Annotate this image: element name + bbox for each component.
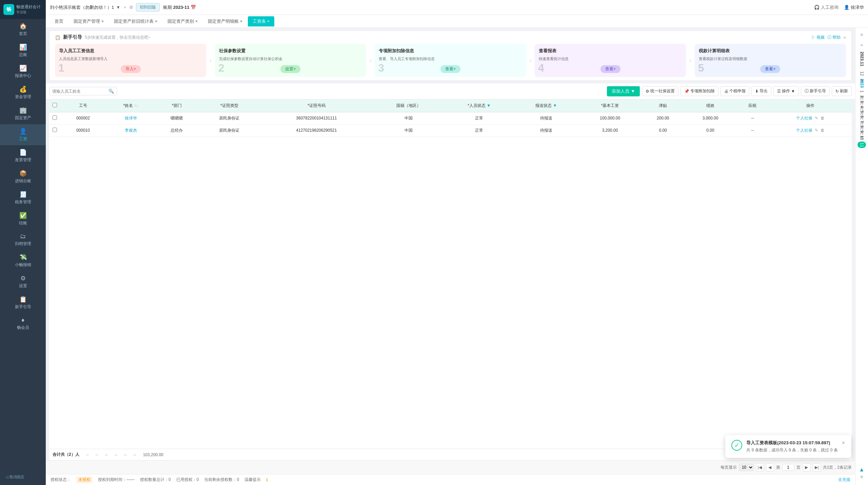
sidebar-item-funds[interactable]: 💰 资金管理 <box>0 82 46 103</box>
toast-desc: 共 9 条数据，成功导入 9 条，失败 0 条，跳过 0 条 <box>746 447 837 453</box>
pin-icon: ◁ <box>5 475 8 479</box>
last-page-btn[interactable]: ▶| <box>813 463 821 471</box>
add-account-icon[interactable]: + <box>124 5 126 10</box>
up-arrow-icon[interactable]: ▲ <box>859 467 865 473</box>
month-11[interactable]: 11月 <box>857 142 866 148</box>
tab-fixed-assets-close-icon[interactable]: × <box>101 19 104 24</box>
new-guide-toolbar-btn[interactable]: ⓘ 新手引导 <box>801 86 830 96</box>
edit-icon-1[interactable]: ✎ <box>815 116 818 120</box>
sidebar-item-payroll[interactable]: 👤 工资 <box>0 124 46 145</box>
emp-name-2[interactable]: 李俊杰 <box>106 124 155 136</box>
service-btn[interactable]: 🎧 人工咨询 <box>814 4 839 11</box>
month-6[interactable]: 6月 <box>857 114 866 119</box>
step-5-btn[interactable]: 查看> <box>760 65 780 73</box>
page-input[interactable] <box>782 464 794 471</box>
sidebar-item-expense[interactable]: 💸 小畅报销 <box>0 250 46 271</box>
tab-asset-category[interactable]: 固定资产类别 × <box>163 16 202 26</box>
month-3[interactable]: 3月 <box>857 99 866 104</box>
row-checkbox-2[interactable] <box>49 124 60 136</box>
delete-icon-2[interactable]: 🗑 <box>821 128 825 133</box>
select-all-checkbox[interactable] <box>53 103 57 107</box>
user-profile[interactable]: 👤 徐泽华 <box>844 4 864 11</box>
row-checkbox-1[interactable] <box>49 112 60 124</box>
sidebar-item-member[interactable]: ♦ 畅会员 <box>0 313 46 334</box>
tab-payroll-close-icon[interactable]: × <box>267 19 270 24</box>
tax-declaration-btn[interactable]: 🖨 个税申报 <box>721 86 749 96</box>
sidebar-item-invoices[interactable]: 📄 发票管理 <box>0 145 46 166</box>
tab-depreciation[interactable]: 固定资产折旧统计表 × <box>109 16 162 26</box>
settings-gear-icon[interactable]: ⚙ <box>129 5 133 10</box>
toast-close-btn[interactable]: × <box>842 440 845 446</box>
step-3-btn[interactable]: 查看> <box>440 65 460 73</box>
sidebar-item-purchase-sales[interactable]: 📦 进销台账 <box>0 166 46 187</box>
sidebar-item-fixed-assets[interactable]: 🏢 固定资产 <box>0 103 46 124</box>
tab-home[interactable]: 首页 <box>50 16 68 26</box>
sidebar-item-archive[interactable]: 🗂 归档管理 <box>0 229 46 250</box>
next-page-btn[interactable]: ▶ <box>803 463 811 471</box>
emp-actions-1[interactable]: 个人社保 ✎ 🗑 <box>769 112 852 124</box>
month-9[interactable]: 9月 <box>857 129 866 134</box>
month-1[interactable]: 1月 <box>857 89 866 94</box>
cancel-fixed-btn[interactable]: ◁ 取消固定 <box>3 472 42 482</box>
step-1-title: 导入员工工资信息 <box>59 48 202 54</box>
auth-label: 授权状态： <box>51 477 71 483</box>
month-10[interactable]: 10月 <box>857 134 866 141</box>
emp-actions-2[interactable]: 个人社保 ✎ 🗑 <box>769 124 852 136</box>
calendar-icon[interactable]: 📅 <box>191 5 196 10</box>
panel-expand-btn[interactable]: « <box>859 41 865 49</box>
month-5[interactable]: 5月 <box>857 109 866 114</box>
month-7[interactable]: 7月 <box>857 119 866 124</box>
switch-version-btn[interactable]: 切到旧版 <box>136 3 160 12</box>
wizard-close-btn[interactable]: × <box>843 35 846 40</box>
emp-name-1[interactable]: 徐泽华 <box>106 112 155 124</box>
search-icon[interactable]: 🔍 <box>108 89 114 94</box>
step-4-btn[interactable]: 查看> <box>600 65 620 73</box>
wizard-video-btn[interactable]: ▷ 视频 <box>811 35 825 40</box>
page-size-select[interactable]: 10 20 50 <box>739 464 754 471</box>
search-input[interactable] <box>52 89 107 94</box>
delete-icon-1[interactable]: 🗑 <box>821 116 825 120</box>
funds-icon: 💰 <box>19 86 27 93</box>
tab-depreciation-close-icon[interactable]: × <box>155 19 157 24</box>
sidebar-item-reports[interactable]: 📈 报表中心 <box>0 61 46 82</box>
sidebar-item-settlement[interactable]: ✅ 结账 <box>0 208 46 229</box>
step-1-btn[interactable]: 导入> <box>121 65 141 73</box>
sidebar-item-new-guide[interactable]: 📋 新手引导 <box>0 292 46 313</box>
wizard-help-btn[interactable]: ⓘ 帮助 <box>827 35 841 40</box>
step-4-num: 4 <box>538 62 544 74</box>
first-page-btn[interactable]: |◀ <box>756 463 764 471</box>
recharge-btn[interactable]: 去充值 <box>838 477 850 483</box>
month-2[interactable]: 2月 <box>857 94 866 99</box>
month-12[interactable]: 12月 <box>857 70 866 77</box>
search-box[interactable]: 🔍 <box>49 87 117 95</box>
prev-page-btn[interactable]: ◀ <box>766 463 774 471</box>
refresh-btn[interactable]: ↻ 刷新 <box>832 86 852 96</box>
tab-payroll[interactable]: 工资表 × <box>248 16 274 26</box>
tab-fixed-assets[interactable]: 固定资产管理 × <box>69 16 108 26</box>
tab-asset-detail-close-icon[interactable]: × <box>240 19 242 24</box>
social-insurance-btn[interactable]: ⚙ 统一社保设置 <box>642 86 678 96</box>
account-selector[interactable]: 刘小艳演示账套（勿删勿动！）1 ▼ <box>50 4 120 11</box>
select-all-header[interactable] <box>49 99 60 112</box>
sidebar-item-home[interactable]: 🏠 首页 <box>0 19 46 40</box>
export-btn[interactable]: ⬇ 导出 <box>751 86 771 96</box>
down-arrow-icon[interactable]: ▼ <box>859 474 865 480</box>
edit-icon-2[interactable]: ✎ <box>815 128 818 133</box>
month-8[interactable]: 8月 <box>857 124 866 129</box>
month-4[interactable]: 4月 <box>857 105 866 109</box>
row-select-checkbox-2[interactable] <box>53 128 57 132</box>
sidebar-item-ledger[interactable]: 📊 总账 <box>0 40 46 61</box>
sidebar-item-tax[interactable]: 🧾 税务管理 <box>0 187 46 208</box>
row-select-checkbox-1[interactable] <box>53 115 57 120</box>
report-filter-icon[interactable]: ▼ <box>553 103 557 108</box>
add-person-btn[interactable]: 添加人员 ▼ <box>607 86 640 96</box>
tab-asset-detail[interactable]: 固定资产明细账 × <box>203 16 247 26</box>
status-filter-icon[interactable]: ▼ <box>487 103 491 108</box>
panel-close-btn[interactable]: × <box>859 31 865 39</box>
sidebar-item-settings[interactable]: ⚙ 设置 <box>0 271 46 292</box>
special-deduction-btn[interactable]: 📌 专项附加扣除 <box>680 86 718 96</box>
account-dropdown-icon[interactable]: ▼ <box>116 5 120 10</box>
operations-btn[interactable]: ☰ 操作 ▼ <box>773 86 799 96</box>
step-2-btn[interactable]: 设置> <box>280 65 300 73</box>
tab-asset-category-close-icon[interactable]: × <box>195 19 198 24</box>
